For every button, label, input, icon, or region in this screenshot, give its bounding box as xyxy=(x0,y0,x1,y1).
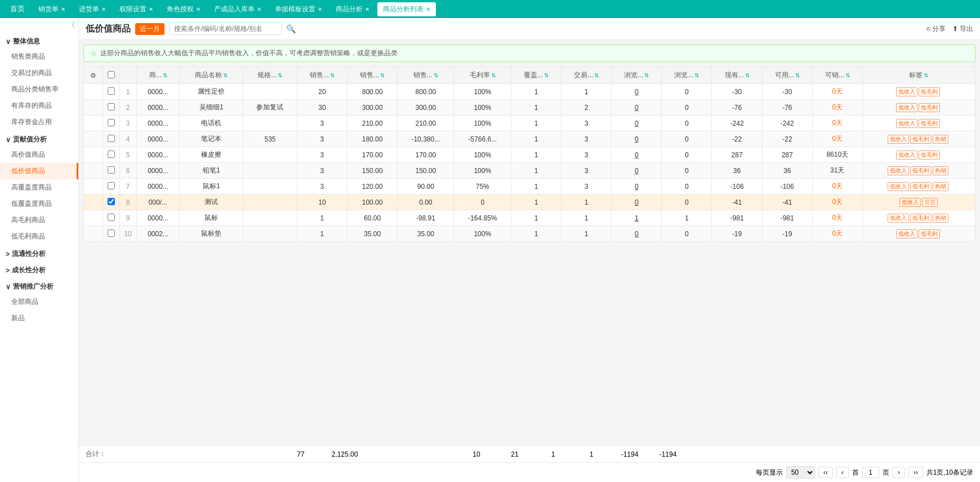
nav-close-icon[interactable]: ✕ xyxy=(426,6,430,12)
cell-browse1[interactable]: 0 xyxy=(612,163,662,179)
browse1-link[interactable]: 0 xyxy=(635,151,639,159)
browse1-link[interactable]: 0 xyxy=(635,104,639,112)
cell-browse1[interactable]: 0 xyxy=(612,226,662,242)
nav-close-icon[interactable]: ✕ xyxy=(318,6,322,12)
cell-checkbox[interactable] xyxy=(103,84,119,100)
sidebar-group-contribution[interactable]: ∨ 贡献值分析 xyxy=(0,130,78,147)
col-tag[interactable]: 标签⇅ xyxy=(862,67,975,84)
col-settings[interactable]: ⚙ xyxy=(84,67,103,84)
row-checkbox[interactable] xyxy=(108,119,115,126)
sidebar-item-high-coverage[interactable]: 高覆盖度商品 xyxy=(0,179,78,196)
col-spec[interactable]: 规格...⇅ xyxy=(243,67,297,84)
nav-close-icon[interactable]: ✕ xyxy=(101,6,106,12)
cell-checkbox[interactable] xyxy=(103,226,119,242)
nav-close-icon[interactable]: ✕ xyxy=(61,6,65,12)
cell-checkbox[interactable] xyxy=(103,163,119,179)
nav-role-auth[interactable]: 角色授权 ✕ xyxy=(161,2,206,16)
prev-page-btn[interactable]: ‹ xyxy=(836,467,849,478)
col-checkbox[interactable] xyxy=(103,67,119,84)
row-checkbox[interactable] xyxy=(108,135,115,142)
col-gross-margin[interactable]: 毛利率⇅ xyxy=(454,67,511,84)
nav-purchase-order[interactable]: 进货单 ✕ xyxy=(73,2,112,16)
export-button[interactable]: ⬆ 导出 xyxy=(952,24,973,34)
nav-close-icon[interactable]: ✕ xyxy=(149,6,153,12)
sidebar-item-new-products[interactable]: 新品 xyxy=(0,310,78,326)
col-sales-profit[interactable]: 销售...⇅ xyxy=(398,67,454,84)
cell-browse1[interactable]: 1 xyxy=(612,210,662,226)
row-checkbox[interactable] xyxy=(108,166,115,174)
cell-checkbox[interactable] xyxy=(103,100,119,116)
col-sales-qty[interactable]: 销售...⇅ xyxy=(297,67,347,84)
nav-sales-order[interactable]: 销货单 ✕ xyxy=(33,2,71,16)
sidebar-item-low-value[interactable]: 低价值商品 xyxy=(0,163,78,179)
sidebar-item-inventory-capital[interactable]: 库存资金占用 xyxy=(0,114,78,130)
cell-browse1[interactable]: 0 xyxy=(612,194,662,210)
sidebar-item-all-products[interactable]: 全部商品 xyxy=(0,294,78,310)
cell-checkbox[interactable] xyxy=(103,194,119,210)
per-page-select[interactable]: 50 100 xyxy=(786,466,815,479)
nav-close-icon[interactable]: ✕ xyxy=(257,6,261,12)
col-browse1[interactable]: 浏览...⇅ xyxy=(612,67,662,84)
col-current-stock[interactable]: 现有...⇅ xyxy=(712,67,762,84)
row-checkbox[interactable] xyxy=(108,103,115,110)
cell-checkbox[interactable] xyxy=(103,147,119,163)
last-page-btn[interactable]: ›› xyxy=(908,467,923,478)
browse1-link[interactable]: 0 xyxy=(635,88,639,96)
cell-browse1[interactable]: 0 xyxy=(612,100,662,116)
cell-checkbox[interactable] xyxy=(103,131,119,147)
cell-browse1[interactable]: 0 xyxy=(612,179,662,194)
cell-checkbox[interactable] xyxy=(103,179,119,194)
browse1-link[interactable]: 1 xyxy=(635,214,639,222)
col-name[interactable]: 商品名称⇅ xyxy=(180,67,243,84)
search-input[interactable] xyxy=(169,23,282,35)
sidebar-group-circulation[interactable]: > 流通性分析 xyxy=(0,245,78,261)
sidebar-item-sales-products[interactable]: 销售类商品 xyxy=(0,48,78,65)
browse1-link[interactable]: 0 xyxy=(635,230,639,238)
sidebar-item-high-margin[interactable]: 高毛利商品 xyxy=(0,212,78,228)
sidebar-item-high-value[interactable]: 高价值商品 xyxy=(0,147,78,163)
nav-close-icon[interactable]: ✕ xyxy=(196,6,201,12)
row-checkbox[interactable] xyxy=(108,182,115,189)
cell-checkbox[interactable] xyxy=(103,210,119,226)
browse1-link[interactable]: 0 xyxy=(635,135,639,143)
sidebar-item-stocked-products[interactable]: 有库存的商品 xyxy=(0,98,78,114)
first-page-btn[interactable]: ‹‹ xyxy=(818,467,833,478)
select-all-checkbox[interactable] xyxy=(108,71,115,78)
sidebar-item-low-coverage[interactable]: 低覆盖度商品 xyxy=(0,196,78,212)
search-icon[interactable]: 🔍 xyxy=(286,24,296,33)
page-input[interactable] xyxy=(862,467,879,478)
sidebar-item-low-margin[interactable]: 低毛利商品 xyxy=(0,228,78,245)
col-sellable[interactable]: 可销...⇅ xyxy=(812,67,862,84)
nav-template-settings[interactable]: 单据模板设置 ✕ xyxy=(269,2,328,16)
nav-close-icon[interactable]: ✕ xyxy=(365,6,369,12)
row-checkbox[interactable] xyxy=(108,198,115,205)
col-code[interactable]: 商...⇅ xyxy=(136,67,180,84)
cell-checkbox[interactable] xyxy=(103,116,119,131)
col-coverage[interactable]: 覆盖...⇅ xyxy=(511,67,561,84)
col-sales-amount[interactable]: 销售...⇅ xyxy=(348,67,398,84)
row-checkbox[interactable] xyxy=(108,87,115,95)
next-page-btn[interactable]: › xyxy=(893,467,905,478)
sidebar-item-category-sales[interactable]: 商品分类销售率 xyxy=(0,81,78,98)
browse1-link[interactable]: 0 xyxy=(635,120,639,127)
table-container[interactable]: ⚙ 商...⇅ 商品名称⇅ 规 xyxy=(79,67,980,445)
col-transaction[interactable]: 交易...⇅ xyxy=(562,67,612,84)
sidebar-group-marketing[interactable]: ∨ 营销推广分析 xyxy=(0,277,78,294)
browse1-link[interactable]: 0 xyxy=(635,167,639,175)
nav-product-warehouse[interactable]: 产成品入库单 ✕ xyxy=(208,2,267,16)
row-checkbox[interactable] xyxy=(108,229,115,237)
share-button[interactable]: ⎋ 分享 xyxy=(926,24,946,34)
period-badge[interactable]: 近一月 xyxy=(135,23,164,35)
nav-permission[interactable]: 权限设置 ✕ xyxy=(114,2,159,16)
sidebar-item-traded-products[interactable]: 交易过的商品 xyxy=(0,65,78,81)
cell-browse1[interactable]: 0 xyxy=(612,131,662,147)
nav-product-analysis[interactable]: 商品分析 ✕ xyxy=(330,2,375,16)
nav-home[interactable]: 首页 xyxy=(5,2,30,16)
sidebar-group-growth[interactable]: > 成长性分析 xyxy=(0,261,78,277)
sidebar-collapse-btn[interactable]: 《 xyxy=(0,18,78,32)
sidebar-group-general[interactable]: ∨ 整体信息 xyxy=(0,32,78,48)
row-checkbox[interactable] xyxy=(108,151,115,158)
browse1-link[interactable]: 0 xyxy=(635,183,639,191)
col-available[interactable]: 可用...⇅ xyxy=(762,67,812,84)
browse1-link[interactable]: 0 xyxy=(635,198,639,206)
